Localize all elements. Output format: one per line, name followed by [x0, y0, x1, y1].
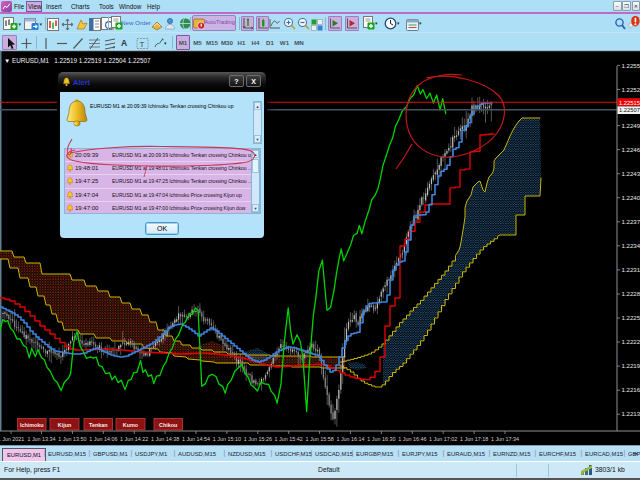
- svg-text:1 Jun 14:22: 1 Jun 14:22: [120, 436, 148, 442]
- svg-text:T: T: [139, 40, 144, 49]
- svg-text:1 Jun 2021: 1 Jun 2021: [0, 436, 24, 442]
- svg-text:1.22255: 1.22255: [622, 314, 640, 321]
- svg-text:1 Jun 14:38: 1 Jun 14:38: [151, 436, 179, 442]
- svg-text:1.22345: 1.22345: [622, 242, 640, 249]
- svg-text:1.22195: 1.22195: [622, 362, 640, 369]
- svg-text:Chikou: Chikou: [159, 422, 177, 428]
- svg-text:1.22515: 1.22515: [619, 100, 640, 106]
- svg-text:1 Jun 15:42: 1 Jun 15:42: [275, 436, 303, 442]
- svg-text:Kumo: Kumo: [123, 422, 139, 428]
- svg-text:1.22405: 1.22405: [622, 194, 640, 201]
- svg-text:1.22285: 1.22285: [622, 290, 640, 297]
- svg-text:1 Jun 15:26: 1 Jun 15:26: [244, 436, 272, 442]
- svg-text:1 Jun 16:30: 1 Jun 16:30: [367, 436, 395, 442]
- svg-text:1.22495: 1.22495: [622, 122, 640, 129]
- svg-text:1.22135: 1.22135: [622, 410, 640, 417]
- svg-text:1 Jun 15:10: 1 Jun 15:10: [213, 436, 241, 442]
- svg-text:Kijun: Kijun: [58, 422, 71, 428]
- svg-text:1.22225: 1.22225: [622, 338, 640, 345]
- svg-text:1 Jun 13:50: 1 Jun 13:50: [58, 436, 86, 442]
- svg-text:1 Jun 16:14: 1 Jun 16:14: [336, 436, 364, 442]
- svg-text:Tenkan: Tenkan: [89, 422, 107, 428]
- svg-text:1 Jun 17:18: 1 Jun 17:18: [460, 436, 488, 442]
- svg-text:1.22375: 1.22375: [622, 218, 640, 225]
- svg-text:1.22435: 1.22435: [622, 170, 640, 177]
- svg-text:1.22525: 1.22525: [622, 86, 640, 93]
- svg-text:1 Jun 17:34: 1 Jun 17:34: [491, 436, 519, 442]
- svg-text:Ichimoku: Ichimoku: [20, 422, 44, 428]
- svg-text:1.22465: 1.22465: [622, 146, 640, 153]
- svg-text:1 Jun 13:34: 1 Jun 13:34: [27, 436, 55, 442]
- svg-text:1 Jun 14:54: 1 Jun 14:54: [182, 436, 210, 442]
- svg-text:1.22507: 1.22507: [619, 107, 640, 113]
- svg-text:1 Jun 16:46: 1 Jun 16:46: [398, 436, 426, 442]
- svg-text:1 Jun 17:02: 1 Jun 17:02: [429, 436, 457, 442]
- svg-text:1.22315: 1.22315: [622, 266, 640, 273]
- svg-text:1 Jun 15:58: 1 Jun 15:58: [306, 436, 334, 442]
- svg-text:1.22555: 1.22555: [622, 62, 640, 69]
- svg-text:1 Jun 14:06: 1 Jun 14:06: [89, 436, 117, 442]
- svg-text:1.22165: 1.22165: [622, 386, 640, 393]
- svg-text:▼ EURUSD,M1 1.22519 1.22519: ▼ EURUSD,M1 1.22519 1.22519 1.22504 1.22…: [4, 57, 151, 64]
